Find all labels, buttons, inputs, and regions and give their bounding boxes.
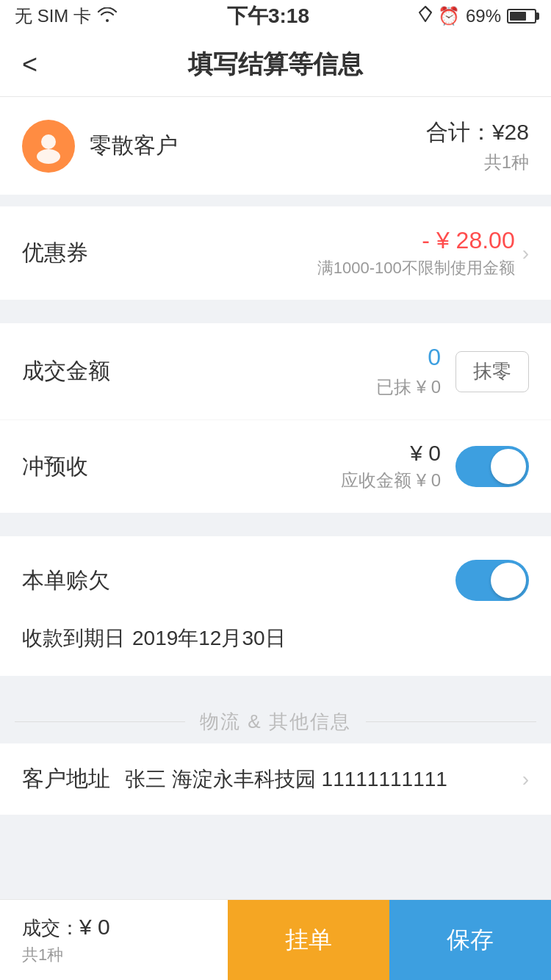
coupon-desc: 满1000-100不限制使用金额 (317, 257, 515, 279)
coupon-discount: - ¥ 28.00 (317, 227, 515, 254)
bottom-bar: 成交：¥ 0 共1种 挂单 保存 (0, 899, 551, 980)
transaction-row: 成交金额 0 已抹 ¥ 0 抹零 (0, 323, 551, 420)
coupon-info: - ¥ 28.00 满1000-100不限制使用金额 (317, 227, 515, 279)
prepay-values: ¥ 0 应收金额 ¥ 0 (341, 441, 441, 492)
customer-left: 零散客户 (22, 120, 178, 173)
status-right: ⏰ 69% (419, 6, 536, 26)
svg-point-0 (41, 134, 56, 149)
already-rounded-text: 已抹 ¥ 0 (376, 375, 441, 399)
back-button[interactable]: < (22, 49, 37, 80)
deal-amount: ¥ 0 (79, 915, 110, 939)
transaction-label: 成交金额 (22, 356, 110, 386)
logistics-text: 物流 & 其他信息 (200, 709, 351, 735)
address-chevron-icon: › (522, 768, 529, 791)
svg-point-1 (37, 149, 60, 164)
page-title: 填写结算等信息 (188, 48, 363, 82)
customer-name: 零散客户 (90, 131, 178, 161)
nav-bar: < 填写结算等信息 (0, 32, 551, 97)
prepay-toggle[interactable] (455, 446, 529, 487)
wifi-icon (97, 6, 118, 26)
customer-row: 零散客户 合计：¥28 共1种 (0, 97, 551, 195)
save-button[interactable]: 保存 (389, 900, 551, 981)
customer-summary: 合计：¥28 共1种 (426, 118, 529, 174)
alarm-icon: ⏰ (438, 6, 460, 26)
divider-1 (0, 311, 551, 323)
due-date-row[interactable]: 收款到期日 2019年12月30日 (0, 624, 551, 676)
carrier-text: 无 SIM 卡 (15, 4, 91, 28)
coupon-label: 优惠券 (22, 238, 88, 268)
bottom-info: 成交：¥ 0 共1种 (0, 915, 228, 966)
coupon-right: - ¥ 28.00 满1000-100不限制使用金额 › (317, 227, 529, 279)
rounding-button[interactable]: 抹零 (455, 351, 529, 392)
toggle-knob (491, 449, 526, 484)
deal-label-text: 成交： (22, 917, 79, 939)
hold-button[interactable]: 挂单 (228, 900, 389, 981)
address-label: 客户地址 (22, 764, 110, 794)
prepay-row: 冲预收 ¥ 0 应收金额 ¥ 0 (0, 420, 551, 513)
prepay-right: ¥ 0 应收金额 ¥ 0 (341, 441, 529, 492)
transaction-amount: 0 (376, 344, 441, 371)
battery-text: 69% (466, 6, 501, 26)
location-icon (419, 6, 432, 26)
debit-toggle-knob (491, 563, 526, 598)
due-date-label: 收款到期日 (22, 624, 125, 652)
divider-2 (0, 525, 551, 536)
status-time: 下午3:18 (227, 2, 309, 30)
bottom-count: 共1种 (22, 944, 206, 966)
due-date-value: 2019年12月30日 (132, 624, 286, 652)
logistics-line-right (366, 721, 536, 722)
prepay-receivable: 应收金额 ¥ 0 (341, 469, 441, 492)
transaction-values: 0 已抹 ¥ 0 (376, 344, 441, 399)
prepay-label: 冲预收 (22, 452, 88, 482)
avatar (22, 120, 75, 173)
battery-icon (507, 9, 536, 24)
address-section: 客户地址 张三 海淀永丰科技园 11111111111 › (0, 743, 551, 815)
debit-section: 本单赊欠 收款到期日 2019年12月30日 (0, 536, 551, 676)
transaction-section: 成交金额 0 已抹 ¥ 0 抹零 冲预收 ¥ 0 应收金额 ¥ 0 (0, 323, 551, 513)
total-count: 共1种 (426, 151, 529, 174)
divider-3 (0, 688, 551, 699)
bottom-deal-label: 成交：¥ 0 (22, 915, 206, 941)
address-value: 张三 海淀永丰科技园 11111111111 (125, 765, 522, 793)
transaction-right: 0 已抹 ¥ 0 抹零 (376, 344, 529, 399)
status-bar: 无 SIM 卡 下午3:18 ⏰ 69% (0, 0, 551, 32)
total-amount: 合计：¥28 (426, 118, 529, 148)
logistics-line-left (15, 721, 185, 722)
debit-row: 本单赊欠 (0, 536, 551, 624)
address-row[interactable]: 客户地址 张三 海淀永丰科技园 11111111111 › (0, 743, 551, 815)
prepay-amount: ¥ 0 (341, 441, 441, 466)
debit-label: 本单赊欠 (22, 566, 110, 596)
content: 零散客户 合计：¥28 共1种 优惠券 - ¥ 28.00 满1000-100不… (0, 97, 551, 915)
chevron-right-icon: › (522, 242, 529, 265)
coupon-row[interactable]: 优惠券 - ¥ 28.00 满1000-100不限制使用金额 › (0, 206, 551, 300)
logistics-divider: 物流 & 其他信息 (0, 699, 551, 743)
status-left: 无 SIM 卡 (15, 4, 118, 28)
debit-toggle[interactable] (455, 560, 529, 601)
